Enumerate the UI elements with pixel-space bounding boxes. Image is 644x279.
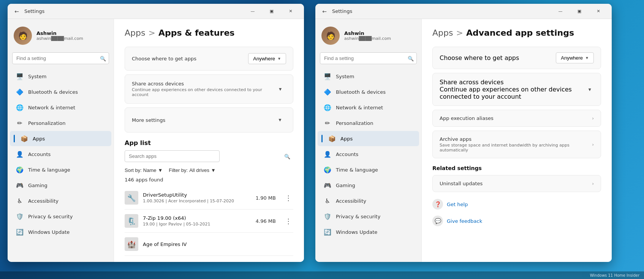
app-name-1: 7-Zip 19.00 (x64) [143, 215, 251, 221]
sidebar-item-time-1[interactable]: 🌍 Time & language [10, 162, 111, 177]
sidebar-label-apps-2: Apps [340, 136, 353, 142]
sidebar-item-personalization-2[interactable]: ✏️ Personalization [318, 115, 419, 131]
archive-apps-row[interactable]: Archive apps Save storage space and inte… [433, 131, 601, 158]
app-list-title: App list [125, 139, 293, 147]
app-details-2: Age of Empires IV [143, 241, 293, 247]
give-feedback-label: Give feedback [447, 218, 482, 224]
get-help-item[interactable]: ❓ Get help [432, 196, 601, 213]
app-search-input[interactable] [125, 150, 220, 162]
window-title-2: Settings [332, 8, 552, 14]
filter-label: Filter by: [169, 167, 188, 173]
breadcrumb-link-2[interactable]: Apps [432, 28, 453, 38]
minimize-button-1[interactable]: — [244, 5, 261, 17]
sidebar-item-network-1[interactable]: 🌐 Network & internet [10, 100, 111, 115]
app-exec-row[interactable]: App execution aliases › [433, 110, 601, 126]
window-apps-features: ← Settings — ▣ ✕ 🧑 Ashwin ashwin████mail… [8, 4, 304, 262]
uninstall-updates-row[interactable]: Uninstall updates › [433, 175, 601, 192]
archive-apps-section: Archive apps Save storage space and inte… [432, 131, 601, 158]
network-icon-2: 🌐 [324, 104, 331, 111]
app-search-icon: 🔍 [284, 153, 290, 159]
sidebar-label-personalization-1: Personalization [28, 120, 66, 126]
gaming-icon-1: 🎮 [16, 181, 24, 189]
more-settings-expand[interactable]: ▼ [274, 114, 286, 126]
sidebar-item-network-2[interactable]: 🌐 Network & internet [318, 100, 419, 115]
choose-apps-adv-row: Choose where to get apps Anywhere ▼ [433, 47, 601, 69]
breadcrumb-sep-2: > [456, 28, 463, 38]
breadcrumb-2: Apps > Advanced app settings [432, 28, 601, 38]
breadcrumb-link-1[interactable]: Apps [125, 28, 145, 38]
related-title: Related settings [432, 165, 601, 171]
sidebar-label-accounts-2: Accounts [336, 151, 358, 157]
sidebar-item-privacy-2[interactable]: 🛡️ Privacy & security [318, 209, 419, 224]
share-adv-row: Share across devices Continue app experi… [433, 73, 601, 106]
personalization-icon-2: ✏️ [324, 119, 331, 127]
share-adv-section: Share across devices Continue app experi… [432, 73, 601, 106]
sidebar-item-bluetooth-2[interactable]: 🔷 Bluetooth & devices [318, 84, 419, 99]
sidebar-label-personalization-2: Personalization [336, 120, 373, 126]
choose-apps-row: Choose where to get apps Anywhere ▼ [125, 47, 293, 70]
minimize-button-2[interactable]: — [552, 5, 569, 17]
choose-apps-adv-value: Anywhere [561, 55, 583, 61]
sidebar-item-update-2[interactable]: 🔄 Windows Update [318, 224, 419, 240]
sidebar-1: 🧑 Ashwin ashwin████mail.com 🔍 🖥️ System [8, 19, 114, 262]
app-more-button-1[interactable]: ⋮ [283, 216, 293, 227]
sidebar-label-update-2: Windows Update [336, 229, 377, 235]
share-devices-row: Share across devices Continue app experi… [125, 75, 293, 103]
choose-apps-adv-dropdown[interactable]: Anywhere ▼ [556, 52, 594, 63]
accounts-icon-2: 👤 [324, 150, 331, 158]
window-advanced-settings: ← Settings — ▣ ✕ 🧑 Ashwin ashwin████mail… [315, 4, 612, 262]
sidebar-item-accounts-1[interactable]: 👤 Accounts [10, 147, 111, 162]
back-button-1[interactable]: ← [12, 7, 21, 16]
sort-button[interactable]: Sort by: Name ▼ [125, 167, 163, 173]
window-controls-2: — ▣ ✕ [552, 5, 607, 17]
sidebar-item-apps-1[interactable]: 📦 Apps [10, 131, 111, 146]
close-button-1[interactable]: ✕ [282, 5, 299, 17]
sidebar-item-system-2[interactable]: 🖥️ System [318, 69, 419, 84]
sort-chevron-icon: ▼ [158, 167, 163, 173]
app-item-1: 🗜️ 7-Zip 19.00 (x64) 19.00 | Igor Pavlov… [125, 210, 293, 233]
app-more-button-0[interactable]: ⋮ [283, 192, 293, 203]
sidebar-item-time-2[interactable]: 🌍 Time & language [318, 162, 419, 177]
search-box-1: 🔍 [12, 52, 109, 64]
filter-button[interactable]: Filter by: All drives ▼ [169, 167, 215, 173]
sidebar-item-personalization-1[interactable]: ✏️ Personalization [10, 115, 111, 131]
close-button-2[interactable]: ✕ [590, 5, 607, 17]
sidebar-item-bluetooth-1[interactable]: 🔷 Bluetooth & devices [10, 84, 111, 99]
accessibility-icon-1: ♿ [16, 197, 24, 205]
user-profile-2[interactable]: 🧑 Ashwin ashwin████mail.com [315, 22, 421, 49]
sidebar-item-system-1[interactable]: 🖥️ System [10, 69, 111, 84]
maximize-button-1[interactable]: ▣ [263, 5, 280, 17]
sidebar-item-apps-2[interactable]: 📦 Apps [318, 131, 419, 146]
search-input-2[interactable] [320, 52, 417, 64]
share-devices-expand[interactable]: ▼ [274, 83, 286, 95]
back-button-2[interactable]: ← [320, 7, 329, 16]
sidebar-item-privacy-1[interactable]: 🛡️ Privacy & security [10, 209, 111, 224]
username-1: Ashwin [36, 30, 83, 36]
sidebar-item-gaming-2[interactable]: 🎮 Gaming [318, 178, 419, 193]
search-input-1[interactable] [12, 52, 109, 64]
sidebar-label-bluetooth-1: Bluetooth & devices [28, 89, 78, 95]
app-details-1: 7-Zip 19.00 (x64) 19.00 | Igor Pavlov | … [143, 215, 251, 227]
main-content-1: Apps > Apps & features Choose where to g… [114, 19, 304, 262]
app-details-0: DriverSetupUtility 1.00.3026 | Acer Inco… [143, 192, 251, 203]
sidebar-label-network-1: Network & internet [28, 105, 75, 110]
sidebar-item-accessibility-1[interactable]: ♿ Accessibility [10, 193, 111, 208]
taskbar-label: Windows 11 Home Insider [590, 273, 639, 277]
accessibility-icon-2: ♿ [324, 197, 331, 205]
give-feedback-item[interactable]: 💬 Give feedback [432, 213, 601, 229]
title-bar-1: ← Settings — ▣ ✕ [8, 4, 304, 19]
choose-apps-dropdown[interactable]: Anywhere ▼ [248, 53, 286, 64]
update-icon-2: 🔄 [324, 228, 331, 236]
app-meta-1: 19.00 | Igor Pavlov | 05-10-2021 [143, 222, 251, 227]
share-adv-expand[interactable]: ▼ [585, 84, 594, 96]
window-title-1: Settings [24, 8, 244, 14]
uninstall-updates-section: Uninstall updates › [432, 175, 601, 192]
sidebar-item-gaming-1[interactable]: 🎮 Gaming [10, 178, 111, 193]
sidebar-item-accounts-2[interactable]: 👤 Accounts [318, 147, 419, 162]
sidebar-item-update-1[interactable]: 🔄 Windows Update [10, 224, 111, 240]
user-profile-1[interactable]: 🧑 Ashwin ashwin████mail.com [8, 22, 114, 49]
bluetooth-icon-1: 🔷 [16, 88, 24, 96]
app-name-2: Age of Empires IV [143, 241, 293, 247]
sidebar-item-accessibility-2[interactable]: ♿ Accessibility [318, 193, 419, 208]
maximize-button-2[interactable]: ▣ [571, 5, 588, 17]
